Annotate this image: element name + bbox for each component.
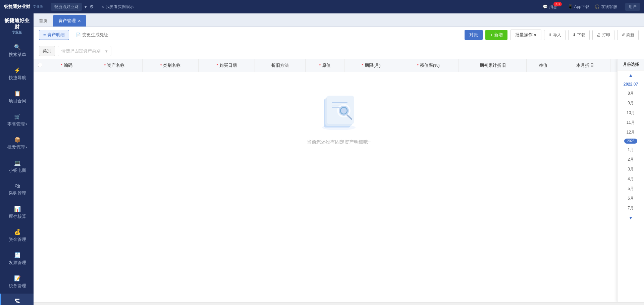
print-button[interactable]: 🖨 打印 bbox=[592, 30, 614, 40]
finance-icon: 💰 bbox=[14, 229, 21, 235]
tab-close-icon[interactable]: ✕ bbox=[78, 19, 81, 23]
sidebar-label-search: 搜索菜单 bbox=[9, 52, 26, 58]
reconcile-button[interactable]: 对账 bbox=[465, 30, 483, 40]
month-picker-down-btn[interactable]: ▼ bbox=[627, 214, 635, 221]
sidebar-item-project[interactable]: 📋 项目合同 bbox=[0, 86, 34, 109]
refresh-icon: ↺ bbox=[622, 33, 625, 37]
sidebar-item-retail[interactable]: 🛒 零售管理 ▾ bbox=[0, 109, 34, 132]
sidebar-label-quick-nav: 快捷导航 bbox=[9, 75, 26, 81]
tab-asset-mgmt-label: 资产管理 bbox=[58, 18, 76, 24]
sidebar-label-inventory: 库存核算 bbox=[9, 213, 26, 219]
month-picker-nav-down: ▼ bbox=[618, 213, 644, 222]
settings-icon[interactable]: ⚙ bbox=[90, 4, 94, 9]
sidebar-label-project: 项目合同 bbox=[9, 98, 26, 104]
sidebar-label-purchase: 采购管理 bbox=[9, 190, 26, 196]
batch-label: 批量操作 bbox=[515, 32, 533, 38]
checkbox-header[interactable] bbox=[34, 59, 47, 72]
month-item-oct[interactable]: 10月 bbox=[618, 108, 644, 118]
message-btn[interactable]: 💬 消息 99+ bbox=[543, 4, 557, 10]
sidebar-item-fixed-assets[interactable]: 🏗 固定资产 bbox=[0, 294, 34, 305]
batch-button[interactable]: 批量操作 ▾ bbox=[510, 30, 541, 40]
batch-arrow-icon: ▾ bbox=[534, 33, 536, 38]
wholesale-arrow-icon: ▾ bbox=[25, 146, 27, 149]
sidebar-item-tax[interactable]: 📝 税务管理 bbox=[0, 270, 34, 294]
print-icon: 🖨 bbox=[597, 33, 601, 37]
month-item-sep[interactable]: 9月 bbox=[618, 98, 644, 108]
month-item-2022-07[interactable]: 2022.07 bbox=[618, 80, 644, 89]
import-button[interactable]: ⬆ 导入 bbox=[544, 30, 566, 40]
table-area: * 编码 * 资产名称 * 类别名称 * 购买日期 折旧方法 * 原值 * 期限… bbox=[34, 59, 644, 302]
month-item-jan[interactable]: 1月 bbox=[618, 145, 644, 155]
tab-bar: 首页 资产管理 ✕ bbox=[34, 13, 644, 27]
logo-subtitle: 专业版 bbox=[3, 30, 31, 35]
project-icon: 📋 bbox=[14, 90, 21, 97]
sidebar-label-ecommerce: 小畅电商 bbox=[9, 167, 26, 173]
change-voucher-tab-icon: 📄 bbox=[76, 33, 81, 37]
category-select[interactable]: 请选择固定资产类别 ▾ bbox=[58, 46, 111, 56]
category-filter-label: 类别 bbox=[39, 46, 55, 56]
demo-circle-icon: ○ bbox=[102, 4, 104, 9]
tax-icon: 📝 bbox=[14, 275, 21, 282]
main-layout: 畅捷通好业财 专业版 🔍 搜索菜单 ⚡ 快捷导航 📋 项目合同 🛒 零售管理 ▾… bbox=[0, 13, 644, 305]
month-picker-panel: 月份选择 ▲ 2022.07 8月 9月 10月 11月 12月 2023 bbox=[617, 59, 644, 302]
fixed-assets-icon: 🏗 bbox=[15, 298, 20, 304]
month-item-aug[interactable]: 8月 bbox=[618, 89, 644, 98]
col-accumulated-depreciation: 期初累计折旧 bbox=[459, 59, 526, 72]
search-icon: 🔍 bbox=[14, 44, 21, 50]
month-item-jun[interactable]: 6月 bbox=[618, 194, 644, 203]
sidebar-item-wholesale[interactable]: 📦 批发管理 ▾ bbox=[0, 132, 34, 155]
month-item-jul[interactable]: 7月 bbox=[618, 203, 644, 213]
demo-link[interactable]: ○ 我要看实例演示 bbox=[102, 4, 134, 10]
sidebar-label-wholesale: 批发管理 bbox=[7, 144, 25, 150]
select-all-checkbox[interactable] bbox=[38, 63, 42, 67]
user-avatar[interactable]: 用户 bbox=[625, 3, 640, 11]
message-badge: 99+ bbox=[553, 2, 562, 6]
sidebar: 畅捷通好业财 专业版 🔍 搜索菜单 ⚡ 快捷导航 📋 项目合同 🛒 零售管理 ▾… bbox=[0, 13, 34, 305]
col-category: * 类别名称 bbox=[142, 59, 199, 72]
inventory-icon: 📊 bbox=[14, 206, 21, 212]
tab-home[interactable]: 首页 bbox=[34, 15, 53, 27]
month-item-feb[interactable]: 2月 bbox=[618, 155, 644, 164]
logo-title: 畅捷通好业财 bbox=[3, 17, 31, 30]
month-item-nov[interactable]: 11月 bbox=[618, 118, 644, 128]
tab-asset-mgmt[interactable]: 资产管理 ✕ bbox=[53, 15, 86, 27]
col-monthly-depreciation: 本月折旧 bbox=[560, 59, 610, 72]
dropdown-icon[interactable]: ▾ bbox=[85, 4, 87, 9]
sidebar-item-ecommerce[interactable]: 💻 小畅电商 bbox=[0, 155, 34, 178]
col-original-value: * 原值 bbox=[305, 59, 344, 72]
purchase-icon: 🛍 bbox=[15, 183, 20, 189]
wholesale-icon: 📦 bbox=[14, 137, 21, 143]
app-download-btn[interactable]: 📱 App下载 bbox=[568, 4, 589, 10]
month-item-apr[interactable]: 4月 bbox=[618, 174, 644, 184]
online-service-btn[interactable]: 🎧 在线客服 bbox=[595, 4, 617, 10]
sidebar-label-retail: 零售管理 bbox=[7, 121, 25, 127]
add-button[interactable]: + 新增 bbox=[485, 30, 507, 40]
col-purchase-date: * 购买日期 bbox=[199, 59, 255, 72]
sub-tab-change-voucher[interactable]: 📄 变更生成凭证 bbox=[72, 30, 112, 40]
sidebar-item-search[interactable]: 🔍 搜索菜单 bbox=[0, 39, 34, 62]
refresh-button[interactable]: ↺ 刷新 bbox=[617, 30, 639, 40]
month-item-dec[interactable]: 12月 bbox=[618, 128, 644, 137]
sidebar-item-finance[interactable]: 💰 资金管理 bbox=[0, 224, 34, 247]
empty-text: 当前您还没有固定资产明细哦~ bbox=[307, 139, 371, 145]
sidebar-item-invoice[interactable]: 🧾 发票管理 bbox=[0, 247, 34, 270]
print-label: 打印 bbox=[602, 32, 610, 38]
filter-row: 类别 请选择固定资产类别 ▾ bbox=[34, 43, 644, 59]
sidebar-item-quick-nav[interactable]: ⚡ 快捷导航 bbox=[0, 62, 34, 86]
quick-nav-icon: ⚡ bbox=[14, 67, 21, 73]
sub-tab-asset-detail[interactable]: ≡ 资产明细 bbox=[39, 30, 69, 40]
month-picker-up-btn[interactable]: ▲ bbox=[627, 72, 635, 79]
category-select-arrow: ▾ bbox=[105, 49, 108, 54]
add-icon: + bbox=[490, 33, 493, 38]
table-header-row: * 编码 * 资产名称 * 类别名称 * 购买日期 折旧方法 * 原值 * 期限… bbox=[34, 59, 644, 72]
month-item-mar[interactable]: 3月 bbox=[618, 164, 644, 174]
sub-tabs-row: ≡ 资产明细 📄 变更生成凭证 对账 + 新增 批量操作 ▾ bbox=[34, 27, 644, 43]
bottom-scrollbar[interactable] bbox=[34, 302, 644, 305]
download-button[interactable]: ⬇ 下载 bbox=[568, 30, 590, 40]
sidebar-item-inventory[interactable]: 📊 库存核算 bbox=[0, 201, 34, 224]
sidebar-item-purchase[interactable]: 🛍 采购管理 bbox=[0, 178, 34, 201]
headset-icon: 🎧 bbox=[595, 4, 600, 9]
month-item-may[interactable]: 5月 bbox=[618, 184, 644, 194]
add-label: 新增 bbox=[494, 32, 503, 38]
col-period: * 期限(月) bbox=[344, 59, 398, 72]
